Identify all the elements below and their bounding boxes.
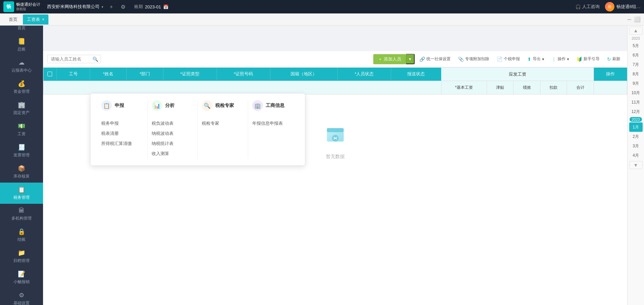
date-month-4[interactable]: 4月 bbox=[629, 151, 643, 160]
search-icon[interactable]: 🔍 bbox=[92, 56, 98, 62]
export-button[interactable]: ⬆ 导出 ▾ bbox=[525, 55, 547, 63]
select-all-checkbox[interactable] bbox=[47, 72, 52, 76]
company-selector[interactable]: 西安虾米网络科技有限公司 ▾ bbox=[47, 4, 103, 10]
dropdown-menu: 📋 申报 税务申报 税表清册 所得税汇算清缴 📊 分析 税负波动表 纳税波动表 … bbox=[90, 93, 305, 166]
user-area[interactable]: 用 畅捷通8组… bbox=[605, 2, 641, 11]
sidebar-item-tax[interactable]: 📋 税务管理 bbox=[0, 183, 43, 204]
multi-org-icon: 🏛 bbox=[18, 207, 25, 214]
table-wrapper: 工号 *姓名 *部门 *证照类型 *证照号码 国籍（地区） *人员状态 报送状态… bbox=[43, 67, 627, 94]
restore-icon[interactable]: ⬜ bbox=[634, 16, 641, 23]
search-wrapper: 🔍 bbox=[47, 55, 101, 63]
chevron-down-icon: ▾ bbox=[102, 5, 103, 9]
dropdown-col-analysis: 📊 分析 税负波动表 纳税波动表 纳税统计表 收入测算 bbox=[148, 100, 198, 159]
date-nav-down[interactable]: ▼ bbox=[629, 161, 643, 169]
add-company-button[interactable]: ＋ bbox=[107, 3, 116, 11]
income-forecast-item[interactable]: 收入测算 bbox=[152, 149, 194, 159]
sidebar-item-salary[interactable]: 💵 工资 bbox=[0, 119, 43, 140]
sidebar-item-multi-org[interactable]: 🏛 多机构管理 bbox=[0, 204, 43, 225]
tax-icon: 📋 bbox=[18, 186, 25, 193]
date-nav-up[interactable]: ▲ bbox=[629, 27, 643, 35]
date-month-3[interactable]: 3月 bbox=[629, 141, 643, 151]
tax-return-button[interactable]: 📄 个税申报 bbox=[494, 55, 523, 63]
export-icon: ⬆ bbox=[527, 56, 531, 62]
business-icon: 🏢 bbox=[252, 100, 263, 111]
add-person-dropdown[interactable]: ▾ bbox=[406, 54, 415, 64]
sidebar-item-closing[interactable]: 🔒 结账 bbox=[0, 225, 43, 246]
minimize-icon[interactable]: ─ bbox=[628, 16, 631, 23]
cloud-icon: ☁ bbox=[18, 59, 25, 66]
refresh-button[interactable]: ↻ 刷新 bbox=[604, 55, 623, 63]
col-salary-group: 应发工资 bbox=[441, 68, 594, 81]
declaration-title: 申报 bbox=[115, 103, 124, 109]
no-data-text: 暂无数据 bbox=[326, 154, 345, 160]
sub-col-base-salary: *基本工资 bbox=[441, 81, 487, 94]
social-insurance-button[interactable]: 🔗 统一社保设置 bbox=[417, 55, 453, 63]
date-month-12[interactable]: 12月 bbox=[629, 107, 643, 116]
sub-col-total: 合计 bbox=[567, 81, 594, 94]
tab-salary-sheet[interactable]: 工资表 × bbox=[23, 14, 48, 25]
sidebar-item-inventory[interactable]: 📦 库存核算 bbox=[0, 161, 43, 183]
closing-icon: 🔒 bbox=[18, 228, 25, 235]
date-month-9[interactable]: 9月 bbox=[629, 79, 643, 88]
tax-burden-item[interactable]: 税负波动表 bbox=[152, 118, 194, 128]
new-guide-button[interactable]: 🔰 新手引导 bbox=[574, 55, 602, 63]
tax-statistics-item[interactable]: 纳税统计表 bbox=[152, 139, 194, 149]
settings-icon[interactable]: ⚙ bbox=[119, 3, 127, 11]
date-month-8[interactable]: 8月 bbox=[629, 69, 643, 79]
assets-icon: 🏢 bbox=[18, 101, 25, 109]
logo-area: 畅 畅捷通好会计 旗舰版 bbox=[3, 1, 44, 12]
business-header: 🏢 工商信息 bbox=[252, 100, 295, 114]
sidebar-item-archive[interactable]: 📁 归档管理 bbox=[0, 246, 43, 267]
col-name: *姓名 bbox=[90, 68, 126, 81]
tax-check-item[interactable]: 税检专家 bbox=[202, 118, 244, 128]
deduction-icon: 📎 bbox=[458, 56, 464, 62]
tab-bar-right: ─ ⬜ bbox=[628, 16, 641, 23]
sidebar-item-ledger[interactable]: 📒 总账 bbox=[0, 34, 43, 55]
tax-return-icon: 📄 bbox=[497, 56, 502, 62]
tab-label: 工资表 bbox=[27, 16, 40, 23]
special-deduction-button[interactable]: 📎 专项附加扣除 bbox=[455, 55, 492, 63]
top-bar-actions: ＋ ⚙ bbox=[107, 3, 127, 11]
expense-icon: 📝 bbox=[18, 270, 25, 278]
add-person-button[interactable]: ＋ 添加人员 bbox=[373, 54, 406, 64]
sidebar-item-fund[interactable]: 💰 资金管理 bbox=[0, 77, 43, 98]
calendar-icon[interactable]: 📅 bbox=[163, 4, 168, 9]
date-month-1[interactable]: 1月 bbox=[629, 122, 643, 132]
sidebar-item-assets[interactable]: 🏢 固定资产 bbox=[0, 98, 43, 119]
logo-icon: 畅 bbox=[3, 1, 14, 12]
tax-declaration-item[interactable]: 税务申报 bbox=[101, 118, 143, 128]
date-year-2023-label: 2023 bbox=[632, 36, 640, 40]
accounting-period: 账期 2023-01 📅 bbox=[134, 4, 168, 10]
col-checkbox[interactable] bbox=[43, 68, 57, 81]
support-button[interactable]: 🎧 人工咨询 bbox=[575, 4, 600, 10]
operations-icon: ⋮ bbox=[552, 56, 556, 62]
tab-home[interactable]: 首页 bbox=[3, 14, 23, 25]
date-month-11[interactable]: 11月 bbox=[629, 98, 643, 107]
invoice-icon: 🧾 bbox=[18, 144, 25, 151]
date-month-5[interactable]: 5月 bbox=[629, 41, 643, 50]
support-label: 人工咨询 bbox=[582, 4, 600, 10]
col-report-status: 报送状态 bbox=[391, 68, 441, 81]
date-month-6[interactable]: 6月 bbox=[629, 50, 643, 60]
main-content: 🔍 ＋ 添加人员 ▾ 🔗 统一社保设置 📎 专项附加扣除 📄 个税申 bbox=[43, 51, 627, 305]
tax-table-item[interactable]: 税表清册 bbox=[101, 128, 143, 139]
operations-button[interactable]: ⋮ 操作 ▾ bbox=[549, 55, 572, 63]
sub-col-performance: 绩效 bbox=[514, 81, 540, 94]
sidebar-item-settings[interactable]: ⚙ 基础设置 bbox=[0, 288, 43, 305]
sidebar-item-cloud-report[interactable]: ☁ 云报表中心 bbox=[0, 55, 43, 77]
inventory-icon: 📦 bbox=[18, 165, 25, 172]
date-month-10[interactable]: 10月 bbox=[629, 88, 643, 98]
tab-close-button[interactable]: × bbox=[42, 17, 44, 22]
col-id-type: *证照类型 bbox=[163, 68, 217, 81]
sidebar-item-expense[interactable]: 📝 小畅报销 bbox=[0, 267, 43, 288]
income-tax-clear-item[interactable]: 所得税汇算清缴 bbox=[101, 139, 143, 149]
salary-table: 工号 *姓名 *部门 *证照类型 *证照号码 国籍（地区） *人员状态 报送状态… bbox=[43, 67, 627, 94]
sidebar-item-invoice[interactable]: 🧾 发票管理 bbox=[0, 140, 43, 161]
date-month-7[interactable]: 7月 bbox=[629, 60, 643, 69]
period-label: 账期 bbox=[134, 4, 143, 10]
date-month-2[interactable]: 2月 bbox=[629, 132, 643, 141]
tax-payment-item[interactable]: 纳税波动表 bbox=[152, 128, 194, 139]
annual-report-item[interactable]: 年报信息申报表 bbox=[252, 118, 295, 128]
tab-bar: 首页 工资表 × ─ ⬜ bbox=[0, 13, 644, 26]
declaration-header: 📋 申报 bbox=[101, 100, 143, 114]
